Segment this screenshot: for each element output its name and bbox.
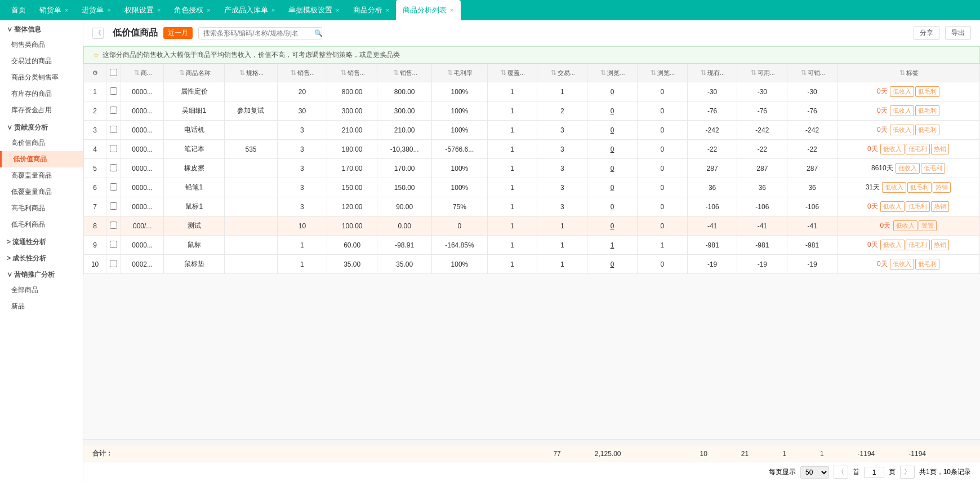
row-checkbox[interactable]: [110, 107, 117, 114]
sidebar-item[interactable]: 有库存的商品: [0, 86, 83, 102]
nav-tab[interactable]: 商品分析×: [346, 0, 396, 20]
cell-checkbox[interactable]: [106, 121, 121, 140]
row-checkbox[interactable]: [110, 183, 117, 191]
row-checkbox[interactable]: [110, 126, 117, 133]
sidebar-group-header[interactable]: ∨ 营销推广分析: [0, 266, 83, 282]
cell-sale: -106: [787, 197, 838, 216]
tab-close-icon[interactable]: ×: [207, 7, 210, 14]
col-trade[interactable]: ⇅交易...: [537, 64, 587, 82]
tag-label: 热销: [931, 201, 949, 212]
share-button[interactable]: 分享: [914, 26, 939, 40]
tab-close-icon[interactable]: ×: [336, 7, 339, 14]
nav-tab[interactable]: 单据模板设置×: [282, 0, 346, 20]
search-icon[interactable]: 🔍: [314, 29, 323, 37]
cell-cov: 1: [487, 140, 537, 159]
row-checkbox[interactable]: [110, 222, 117, 229]
sidebar-item[interactable]: 交易过的商品: [0, 53, 83, 69]
col-spec[interactable]: ⇅规格...: [225, 64, 277, 82]
tab-close-icon[interactable]: ×: [65, 7, 68, 14]
col-code[interactable]: ⇅商...: [121, 64, 164, 82]
nav-tab[interactable]: 产成品入库单×: [217, 0, 282, 20]
tab-close-icon[interactable]: ×: [107, 7, 110, 14]
cell-checkbox[interactable]: [106, 236, 121, 255]
cell-checkbox[interactable]: [106, 197, 121, 216]
col-avail[interactable]: ⇅可用...: [737, 64, 787, 82]
nav-tab[interactable]: 商品分析列表×: [396, 0, 460, 20]
cell-s3: 0.00: [377, 216, 432, 236]
tag-label: 热销: [931, 240, 949, 250]
col-cur[interactable]: ⇅现有...: [687, 64, 737, 82]
col-s1[interactable]: ⇅销售...: [277, 64, 327, 82]
sidebar-item[interactable]: 低价值商品: [0, 151, 83, 167]
col-v2[interactable]: ⇅浏览...: [637, 64, 687, 82]
row-checkbox[interactable]: [110, 87, 117, 95]
tab-close-icon[interactable]: ×: [157, 7, 161, 14]
sidebar-item[interactable]: 高价值商品: [0, 135, 83, 151]
col-cov[interactable]: ⇅覆盖...: [487, 64, 537, 82]
cell-name: 鼠标垫: [164, 255, 225, 274]
sidebar-item[interactable]: 高毛利商品: [0, 200, 83, 216]
nav-tab[interactable]: 权限设置×: [118, 0, 167, 20]
col-margin[interactable]: ⇅毛利率: [432, 64, 487, 82]
cell-checkbox[interactable]: [106, 101, 121, 121]
sidebar-group-header[interactable]: > 流通性分析: [0, 233, 83, 249]
cell-cur: -19: [687, 255, 737, 274]
cell-checkbox[interactable]: [106, 255, 121, 274]
export-button[interactable]: 导出: [945, 26, 971, 40]
col-v1[interactable]: ⇅浏览...: [587, 64, 638, 82]
cell-tags: 0天 低收入低毛利: [838, 82, 980, 101]
horizontal-scrollbar[interactable]: [83, 439, 980, 445]
sidebar-item[interactable]: 全部商品: [0, 282, 83, 298]
cell-no: 6: [84, 178, 106, 197]
sidebar-item[interactable]: 库存资金占用: [0, 102, 83, 118]
col-s3[interactable]: ⇅销售...: [377, 64, 432, 82]
row-checkbox[interactable]: [110, 145, 117, 152]
sidebar-item[interactable]: 高覆盖量商品: [0, 167, 83, 184]
cell-checkbox[interactable]: [106, 216, 121, 236]
col-gear[interactable]: ⚙: [84, 64, 106, 82]
nav-tab[interactable]: 首页: [5, 0, 33, 20]
cell-v2: 0: [637, 159, 687, 178]
tab-close-icon[interactable]: ×: [386, 7, 389, 14]
cell-margin: 100%: [432, 101, 487, 121]
footer-cov: 10: [700, 450, 707, 458]
cell-cur: -242: [687, 121, 737, 140]
table-container[interactable]: ⚙ ⇅商... ⇅商品名称 ⇅规格... ⇅销售... ⇅销售... ⇅销售..…: [83, 64, 980, 439]
row-checkbox[interactable]: [110, 260, 117, 267]
cell-checkbox[interactable]: [106, 178, 121, 197]
col-name[interactable]: ⇅商品名称: [164, 64, 225, 82]
nav-tab[interactable]: 角色授权×: [167, 0, 217, 20]
col-checkbox[interactable]: [106, 64, 121, 82]
nav-tab[interactable]: 销货单×: [33, 0, 75, 20]
sidebar-item[interactable]: 销售类商品: [0, 37, 83, 53]
col-tags[interactable]: ⇅标签: [838, 64, 980, 82]
cell-checkbox[interactable]: [106, 140, 121, 159]
search-input[interactable]: [198, 27, 322, 39]
tab-close-icon[interactable]: ×: [271, 7, 275, 14]
filter-button[interactable]: 近一月: [163, 27, 193, 39]
first-page-btn[interactable]: 〈: [834, 466, 848, 479]
row-checkbox[interactable]: [110, 164, 117, 171]
sidebar-group-header[interactable]: ∨ 整体信息: [0, 20, 83, 37]
sidebar-group-header[interactable]: ∨ 贡献度分析: [0, 118, 83, 135]
next-page-btn[interactable]: 〉: [900, 466, 915, 479]
col-s2[interactable]: ⇅销售...: [327, 64, 377, 82]
select-all-checkbox[interactable]: [110, 69, 117, 76]
sidebar-item[interactable]: 低毛利商品: [0, 216, 83, 233]
page-number-input[interactable]: [864, 467, 884, 478]
sidebar-item[interactable]: 新品: [0, 298, 83, 315]
collapse-sidebar-btn[interactable]: 《: [92, 28, 104, 39]
cell-checkbox[interactable]: [106, 159, 121, 178]
nav-tab[interactable]: 进货单×: [75, 0, 117, 20]
sidebar-group-header[interactable]: > 成长性分析: [0, 249, 83, 266]
row-checkbox[interactable]: [110, 202, 117, 210]
sidebar-item[interactable]: 低覆盖量商品: [0, 184, 83, 200]
sidebar-item[interactable]: 商品分类销售率: [0, 69, 83, 86]
tab-close-icon[interactable]: ×: [450, 7, 453, 14]
cell-checkbox[interactable]: [106, 82, 121, 101]
per-page-select[interactable]: 50 100 200: [800, 466, 829, 479]
cell-name: 笔记本: [164, 140, 225, 159]
row-checkbox[interactable]: [110, 241, 117, 248]
cell-spec: [225, 216, 277, 236]
col-sale[interactable]: ⇅可销...: [787, 64, 838, 82]
